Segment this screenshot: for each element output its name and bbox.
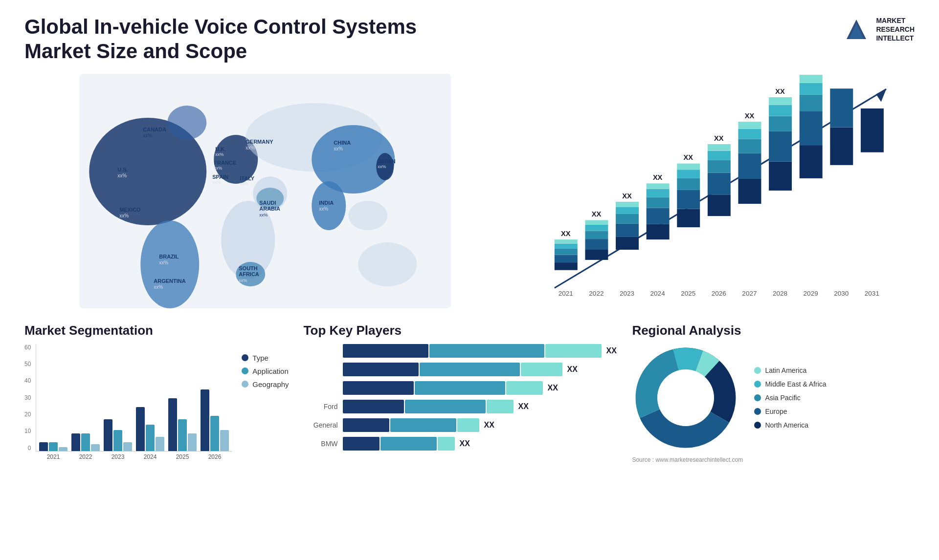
player-bar-2a xyxy=(343,363,419,376)
svg-text:2027: 2027 xyxy=(742,290,757,297)
svg-text:SOUTH: SOUTH xyxy=(239,265,258,271)
seg-legend-application-label: Application xyxy=(252,367,288,375)
svg-rect-102 xyxy=(769,116,792,131)
player-row-1: XX xyxy=(304,344,618,358)
logo-icon xyxy=(842,15,871,44)
regional-legend-europe-label: Europe xyxy=(765,408,787,415)
svg-text:CHINA: CHINA xyxy=(334,140,351,146)
seg-year-2026: 2026 xyxy=(201,453,229,460)
svg-text:2030: 2030 xyxy=(834,290,849,297)
seg-bar-app xyxy=(113,430,122,451)
player-bar-general-a xyxy=(343,418,389,432)
svg-rect-109 xyxy=(799,95,822,111)
bottom-section: Market Segmentation 60 50 40 30 20 10 0 xyxy=(24,323,915,545)
svg-point-126 xyxy=(657,369,714,426)
seg-bar-geo xyxy=(91,444,100,451)
players-title: Top Key Players xyxy=(304,323,618,338)
svg-rect-67 xyxy=(616,214,639,224)
player-bar-2b xyxy=(420,363,520,376)
asia-dot xyxy=(754,394,761,401)
player-bars-1 xyxy=(343,344,602,358)
svg-rect-104 xyxy=(769,97,792,105)
svg-text:xx%: xx% xyxy=(334,146,343,151)
seg-y-axis: 60 50 40 30 20 10 0 xyxy=(24,344,33,452)
svg-text:xx%: xx% xyxy=(246,145,255,151)
svg-rect-101 xyxy=(769,131,792,162)
player-bar-2c xyxy=(521,363,562,376)
seg-legend-geography-label: Geography xyxy=(252,380,289,388)
svg-point-4 xyxy=(167,106,206,140)
svg-text:MEXICO: MEXICO xyxy=(119,207,141,213)
svg-rect-96 xyxy=(738,129,761,139)
seg-bar-app xyxy=(146,425,155,451)
player-value-1: XX xyxy=(606,346,617,355)
svg-rect-82 xyxy=(677,170,700,178)
svg-point-5 xyxy=(140,220,199,308)
seg-legend-geography: Geography xyxy=(242,380,289,388)
svg-rect-110 xyxy=(799,83,822,95)
player-bar-1c xyxy=(545,344,602,358)
svg-text:ARGENTINA: ARGENTINA xyxy=(154,278,185,284)
seg-bar-geo xyxy=(59,447,67,451)
regional-content: Latin America Middle East & Africa Asia … xyxy=(632,344,915,452)
latin-dot xyxy=(754,367,761,374)
player-row-2: XX xyxy=(304,363,618,376)
svg-text:XX: XX xyxy=(622,192,632,199)
svg-rect-111 xyxy=(799,75,822,83)
seg-bar-type xyxy=(71,433,80,451)
svg-text:XX: XX xyxy=(744,112,754,120)
geography-dot xyxy=(242,381,248,388)
player-bar-ford-a xyxy=(343,400,404,413)
svg-text:XX: XX xyxy=(714,134,724,142)
growth-chart-area: XX 2021 XX 2022 XX 2023 xyxy=(521,74,915,308)
svg-rect-81 xyxy=(677,178,700,190)
northamerica-dot xyxy=(754,422,761,429)
seg-legend-application: Application xyxy=(242,367,289,375)
player-bars-bmw xyxy=(343,437,455,451)
seg-bar-app xyxy=(49,442,58,451)
svg-text:CANADA: CANADA xyxy=(143,127,166,132)
svg-rect-100 xyxy=(769,161,792,190)
svg-text:JAPAN: JAPAN xyxy=(378,158,396,164)
svg-rect-55 xyxy=(554,239,577,243)
svg-rect-52 xyxy=(554,255,577,262)
svg-text:xx%: xx% xyxy=(215,152,224,157)
svg-text:AFRICA: AFRICA xyxy=(239,271,259,277)
svg-text:xx%: xx% xyxy=(143,133,152,138)
svg-rect-68 xyxy=(616,207,639,214)
svg-point-14 xyxy=(312,181,346,230)
svg-text:xx%: xx% xyxy=(240,181,248,186)
player-bars-ford xyxy=(343,400,514,413)
player-value-3: XX xyxy=(548,384,558,392)
player-bar-bmw-c xyxy=(438,437,455,451)
svg-text:SAUDI: SAUDI xyxy=(259,200,276,206)
seg-bar-type xyxy=(104,419,112,451)
svg-rect-97 xyxy=(738,122,761,129)
svg-text:BRAZIL: BRAZIL xyxy=(159,254,179,259)
player-bar-3a xyxy=(343,381,414,395)
svg-text:SPAIN: SPAIN xyxy=(212,174,228,180)
player-bar-ford-b xyxy=(405,400,486,413)
player-value-general: XX xyxy=(484,421,494,430)
player-row-ford: Ford XX xyxy=(304,400,618,413)
regional-legend-latin: Latin America xyxy=(754,366,826,374)
page-title: Global In-vehicle Voice Control Systems … xyxy=(24,15,465,64)
svg-text:2022: 2022 xyxy=(589,290,604,297)
regional-legend-europe: Europe xyxy=(754,408,826,415)
svg-rect-61 xyxy=(585,225,608,231)
svg-text:xx%: xx% xyxy=(159,260,168,265)
svg-rect-83 xyxy=(677,163,700,170)
svg-text:2024: 2024 xyxy=(650,290,665,297)
svg-rect-86 xyxy=(707,194,730,216)
seg-bar-group-2021 xyxy=(39,442,67,451)
player-bar-1b xyxy=(429,344,544,358)
svg-rect-88 xyxy=(707,160,730,172)
svg-rect-76 xyxy=(646,183,669,189)
seg-bar-type xyxy=(168,398,177,451)
svg-text:U.K.: U.K. xyxy=(215,146,226,152)
seg-bar-geo xyxy=(123,442,132,451)
seg-bar-group-2023 xyxy=(104,419,132,451)
seg-bar-group-2026 xyxy=(201,389,229,451)
regional-legend-mea: Middle East & Africa xyxy=(754,380,826,388)
player-row-bmw: BMW XX xyxy=(304,437,618,451)
